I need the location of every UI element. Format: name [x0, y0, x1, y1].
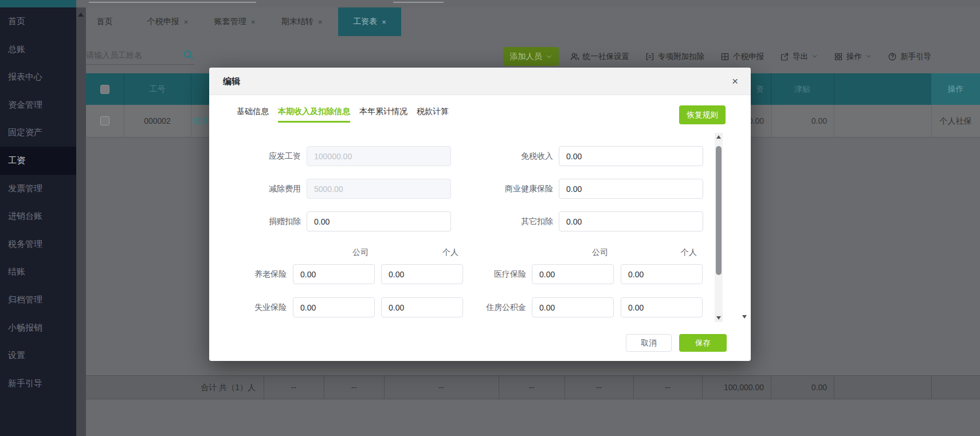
- social-security-settings-button[interactable]: 统一社保设置: [570, 52, 629, 62]
- cancel-button[interactable]: 取消: [626, 334, 672, 352]
- sidebar-item-closing[interactable]: 结账: [0, 258, 76, 286]
- chevron-down-icon: [546, 53, 552, 60]
- row-action-link[interactable]: 个人社保: [931, 105, 980, 137]
- add-employee-button[interactable]: 添加人员: [503, 47, 559, 66]
- sidebar-item-settings[interactable]: 设置: [0, 341, 76, 370]
- bracket-list-icon: [645, 52, 654, 61]
- dialog-title: 编辑: [223, 68, 240, 95]
- chevron-down-icon: [865, 53, 872, 60]
- pension-personal-input[interactable]: [381, 264, 463, 284]
- sidebar-item-fixed-assets[interactable]: 固定资产: [0, 119, 76, 147]
- top-divider-line: [89, 2, 256, 3]
- sidebar-item-general-ledger[interactable]: 总账: [0, 36, 76, 64]
- tab-close-icon[interactable]: ×: [251, 18, 256, 26]
- tab-salary-sheet[interactable]: 工资表 ×: [338, 7, 401, 36]
- other-deduction-input[interactable]: [559, 211, 703, 231]
- scrollbar-up-button[interactable]: [715, 133, 723, 141]
- dialog-tab-current-income[interactable]: 本期收入及扣除信息: [278, 107, 350, 123]
- scroll-down-icon: [742, 315, 747, 319]
- donation-deduction-input[interactable]: [307, 211, 451, 231]
- tax-free-income-input[interactable]: [559, 146, 703, 166]
- field-label-tax-free-income: 免税收入: [484, 146, 553, 166]
- employee-search: [86, 46, 195, 65]
- dialog-tab-basic-info[interactable]: 基础信息: [237, 107, 269, 123]
- sidebar-item-salary[interactable]: 工资: [0, 147, 76, 175]
- special-deduction-button[interactable]: 专项附加扣除: [645, 52, 704, 62]
- dialog-tab-year-accumulated[interactable]: 本年累计情况: [359, 107, 407, 123]
- cell-allowance: 0.00: [771, 105, 834, 137]
- people-icon: [570, 52, 579, 61]
- edit-dialog: 编辑 × 基础信息 本期收入及扣除信息 本年累计情况 税款计算 恢复规则 应发工…: [209, 68, 751, 361]
- apps-icon: [834, 52, 843, 61]
- tab-label: 期末结转: [281, 17, 313, 27]
- unemployment-company-input[interactable]: [293, 297, 375, 317]
- add-employee-label: 添加人员: [510, 52, 542, 62]
- tab-label: 账套管理: [214, 17, 246, 27]
- unemployment-personal-input[interactable]: [381, 297, 463, 317]
- commercial-health-input[interactable]: [559, 179, 703, 199]
- restore-rules-button[interactable]: 恢复规则: [679, 105, 726, 124]
- tab-home[interactable]: 首页: [86, 7, 123, 36]
- search-icon[interactable]: [183, 49, 194, 60]
- sidebar-item-purchase-sales[interactable]: 进销台账: [0, 202, 76, 230]
- scrollbar-down-button[interactable]: [715, 314, 723, 322]
- operations-button[interactable]: 操作: [834, 52, 872, 62]
- field-label-deduction-expense: 减除费用: [232, 179, 301, 199]
- dialog-header: 编辑 ×: [209, 68, 751, 95]
- scroll-up-icon: [78, 13, 84, 17]
- sidebar-item-report-center[interactable]: 报表中心: [0, 63, 76, 91]
- sidebar-scroll-strip[interactable]: [76, 7, 86, 436]
- action-label: 个税申报: [733, 52, 764, 62]
- housing-fund-personal-input[interactable]: [621, 297, 703, 317]
- dialog-tab-tax-calc[interactable]: 税款计算: [417, 107, 449, 123]
- action-label: 导出: [793, 52, 808, 62]
- field-label-pension: 养老保险: [218, 264, 287, 284]
- personal-tax-filing-button[interactable]: 个税申报: [720, 52, 764, 62]
- medical-personal-input[interactable]: [621, 264, 703, 284]
- sidebar-item-archive[interactable]: 归档管理: [0, 286, 76, 314]
- beginner-guide-button[interactable]: 新手引导: [888, 52, 931, 62]
- tab-label: 工资表: [353, 17, 377, 27]
- top-teal-block: [0, 0, 76, 7]
- search-input[interactable]: [86, 46, 178, 64]
- pension-company-input[interactable]: [293, 264, 375, 284]
- tab-personal-tax[interactable]: 个税申报 ×: [135, 7, 201, 36]
- tab-label: 首页: [97, 17, 113, 27]
- export-button[interactable]: 导出: [780, 52, 818, 62]
- deduction-expense-input: [307, 179, 451, 199]
- housing-fund-company-input[interactable]: [532, 297, 614, 317]
- summary-dash: --: [499, 376, 565, 399]
- row-checkbox[interactable]: [100, 116, 109, 125]
- tab-close-icon[interactable]: ×: [318, 18, 323, 26]
- group-header-company: 公司: [332, 248, 389, 258]
- save-button[interactable]: 保存: [679, 334, 727, 352]
- tab-account-set[interactable]: 账套管理 ×: [202, 7, 268, 36]
- tab-close-icon[interactable]: ×: [184, 18, 189, 26]
- sidebar-item-funds[interactable]: 资金管理: [0, 91, 76, 119]
- sidebar-item-expense[interactable]: 小畅报销: [0, 314, 76, 342]
- select-all-checkbox[interactable]: [100, 85, 109, 94]
- summary-salary-total: 100,000.00: [702, 376, 771, 399]
- sidebar-item-invoice[interactable]: 发票管理: [0, 175, 76, 203]
- action-label: 统一社保设置: [583, 52, 629, 62]
- action-label: 新手引导: [900, 52, 931, 62]
- group-header-company: 公司: [571, 248, 629, 258]
- grid-doc-icon: [720, 52, 730, 61]
- sidebar-item-tax[interactable]: 税务管理: [0, 230, 76, 258]
- summary-dash: --: [633, 376, 702, 399]
- export-icon: [780, 52, 789, 61]
- close-icon[interactable]: ×: [732, 74, 738, 88]
- table-summary-row: 合计 共（1）人 -- -- -- -- -- -- 100,000.00 0.…: [86, 375, 980, 399]
- tab-period-end[interactable]: 期末结转 ×: [269, 7, 335, 36]
- dialog-tabs: 基础信息 本期收入及扣除信息 本年累计情况 税款计算: [237, 107, 449, 123]
- summary-dash: --: [384, 376, 499, 399]
- sidebar-item-guide[interactable]: 新手引导: [0, 370, 76, 398]
- cell-employee-id: 000002: [124, 105, 191, 137]
- sidebar-item-home[interactable]: 首页: [0, 7, 76, 36]
- field-label-commercial-health: 商业健康保险: [484, 179, 553, 199]
- question-icon: [888, 52, 897, 61]
- summary-allowance-total: 0.00: [771, 376, 834, 399]
- medical-company-input[interactable]: [532, 264, 614, 284]
- outer-scrollbar-down-button[interactable]: [740, 313, 748, 321]
- tab-close-icon[interactable]: ×: [382, 18, 386, 26]
